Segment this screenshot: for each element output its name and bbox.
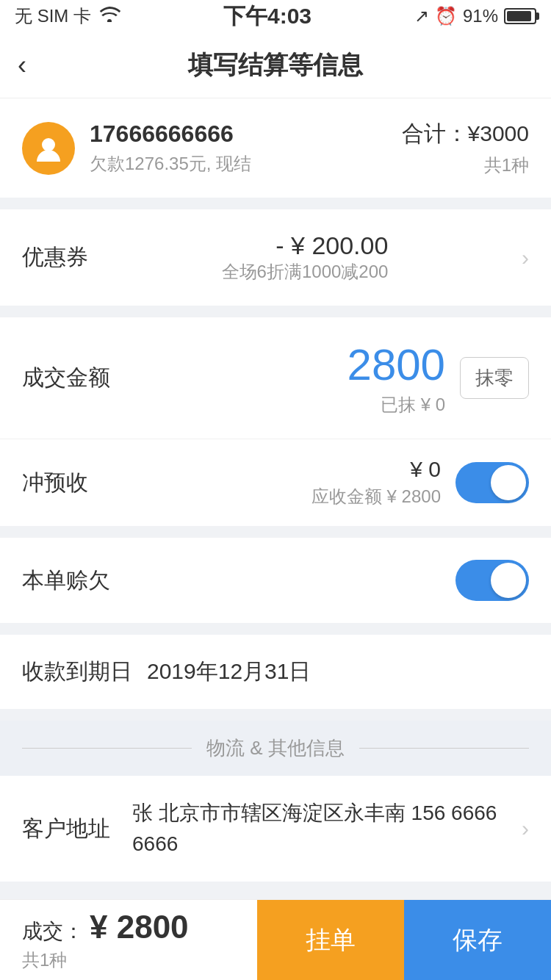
status-bar: 无 SIM 卡 下午4:03 ↗ ⏰ 91% xyxy=(0,0,551,32)
bottom-buttons: 挂单 保存 xyxy=(257,900,551,980)
deal-section: 成交金额 2800 已抹 ¥ 0 抹零 冲预收 ¥ 0 应收金额 ¥ 2800 xyxy=(0,317,551,526)
bottom-deal: 成交： ¥ 2800 xyxy=(22,909,235,945)
due-date-value: 2019年12月31日 xyxy=(147,657,311,687)
customer-count: 共1种 xyxy=(402,154,529,177)
status-time: 下午4:03 xyxy=(223,1,311,32)
bottom-deal-amount: ¥ 2800 xyxy=(90,909,189,945)
deal-right: 2800 已抹 ¥ 0 抹零 xyxy=(347,339,529,417)
save-button[interactable]: 保存 xyxy=(404,900,551,980)
customer-right: 合计：¥3000 共1种 xyxy=(402,119,529,177)
address-row[interactable]: 客户地址 张 北京市市辖区海淀区永丰南 156 6666 6666 › xyxy=(0,776,551,882)
customer-info: 17666666666 欠款1276.35元, 现结 xyxy=(90,120,251,176)
svg-point-0 xyxy=(42,138,55,151)
prepay-due: 应收金额 ¥ 2800 xyxy=(311,485,441,508)
status-right: ↗ ⏰ 91% xyxy=(414,6,536,26)
coupon-row[interactable]: 优惠券 - ¥ 200.00 全场6折满1000减200 › xyxy=(0,209,551,306)
divider-section: 物流 & 其他信息 xyxy=(0,721,551,776)
prepay-right: ¥ 0 应收金额 ¥ 2800 xyxy=(311,457,529,508)
nav-header: ‹ 填写结算等信息 xyxy=(0,32,551,98)
owe-section: 本单赊欠 xyxy=(0,538,551,623)
coupon-section: 优惠券 - ¥ 200.00 全场6折满1000减200 › xyxy=(0,209,551,306)
address-chevron-icon: › xyxy=(522,816,529,841)
hang-order-button[interactable]: 挂单 xyxy=(257,900,404,980)
battery-text: 91% xyxy=(463,6,498,26)
carrier-text: 无 SIM 卡 xyxy=(15,4,91,28)
deal-label: 成交金额 xyxy=(22,363,110,393)
bottom-bar: 成交： ¥ 2800 共1种 挂单 保存 xyxy=(0,899,551,980)
avatar xyxy=(22,122,75,175)
bottom-info: 成交： ¥ 2800 共1种 xyxy=(0,909,257,972)
divider-line: 物流 & 其他信息 xyxy=(22,735,529,761)
due-date-row: 收款到期日 2019年12月31日 xyxy=(22,657,529,687)
customer-phone: 17666666666 xyxy=(90,120,251,148)
prepay-toggle[interactable] xyxy=(455,462,529,503)
address-value: 张 北京市市辖区海淀区永丰南 156 6666 6666 xyxy=(132,798,522,860)
address-section: 客户地址 张 北京市市辖区海淀区永丰南 156 6666 6666 › xyxy=(0,776,551,882)
status-left: 无 SIM 卡 xyxy=(15,4,120,28)
alarm-icon: ⏰ xyxy=(435,6,457,26)
owe-label: 本单赊欠 xyxy=(22,566,110,596)
chevron-right-icon: › xyxy=(522,245,529,270)
due-date-label: 收款到期日 xyxy=(22,657,132,687)
due-date-section: 收款到期日 2019年12月31日 xyxy=(0,635,551,709)
prepay-label: 冲预收 xyxy=(22,468,88,498)
bottom-deal-label: 成交： xyxy=(22,918,84,945)
round-button[interactable]: 抹零 xyxy=(460,357,529,399)
coupon-desc: 全场6折满1000减200 xyxy=(222,260,389,284)
page-title: 填写结算等信息 xyxy=(188,48,363,82)
prepay-row: 冲预收 ¥ 0 应收金额 ¥ 2800 xyxy=(0,439,551,526)
deal-amount-block: 2800 已抹 ¥ 0 xyxy=(347,339,445,417)
bottom-count: 共1种 xyxy=(22,948,235,972)
toggle-knob xyxy=(491,465,526,500)
divider-text: 物流 & 其他信息 xyxy=(206,735,345,761)
wifi-icon xyxy=(98,6,120,26)
deal-row: 成交金额 2800 已抹 ¥ 0 抹零 xyxy=(0,317,551,439)
owe-toggle-knob xyxy=(491,563,526,598)
content: 17666666666 欠款1276.35元, 现结 合计：¥3000 共1种 … xyxy=(0,98,551,980)
coupon-value: - ¥ 200.00 xyxy=(222,231,389,260)
owe-toggle[interactable] xyxy=(455,560,529,601)
battery-icon xyxy=(504,8,536,24)
prepay-value: ¥ 0 xyxy=(311,457,441,482)
coupon-right: - ¥ 200.00 全场6折满1000减200 xyxy=(222,231,389,284)
location-icon: ↗ xyxy=(414,6,429,26)
customer-total: 合计：¥3000 xyxy=(402,119,529,149)
address-label: 客户地址 xyxy=(22,814,110,844)
coupon-label: 优惠券 xyxy=(22,242,88,273)
back-button[interactable]: ‹ xyxy=(18,50,26,81)
deal-amount: 2800 xyxy=(347,340,445,389)
customer-debt: 欠款1276.35元, 现结 xyxy=(90,152,251,176)
customer-left: 17666666666 欠款1276.35元, 现结 xyxy=(22,120,251,176)
prepay-amount-block: ¥ 0 应收金额 ¥ 2800 xyxy=(311,457,441,508)
deal-sub: 已抹 ¥ 0 xyxy=(347,393,445,417)
customer-card: 17666666666 欠款1276.35元, 现结 合计：¥3000 共1种 xyxy=(0,98,551,198)
